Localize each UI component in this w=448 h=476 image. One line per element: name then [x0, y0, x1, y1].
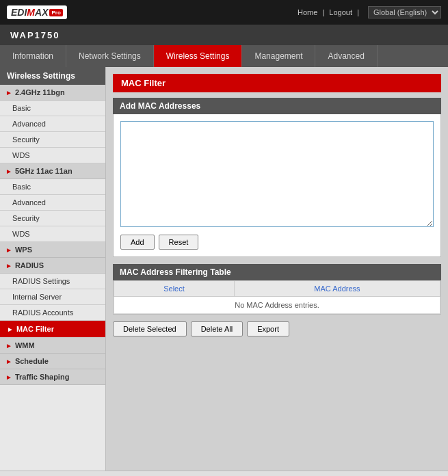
group-label-mac: MAC Filter	[16, 325, 54, 333]
sidebar-group-schedule[interactable]: ► Schedule	[0, 354, 105, 369]
sidebar-group-header-schedule[interactable]: ► Schedule	[0, 354, 105, 369]
sidebar-group-radius[interactable]: ► RADIUS RADIUS Settings Internal Server…	[0, 258, 105, 321]
separator1: |	[322, 8, 324, 16]
mac-table-section: MAC Address Filtering Table Select MAC A…	[113, 264, 441, 315]
sidebar-item-2ghz-wds[interactable]: WDS	[0, 148, 105, 163]
mac-table-section-body: Select MAC Address No MAC Address entrie…	[113, 280, 441, 315]
group-label-wps: WPS	[15, 246, 32, 254]
sidebar-group-header-wmm[interactable]: ► WMM	[0, 338, 105, 354]
device-name: WAP1750	[10, 30, 60, 40]
sidebar-group-header-radius[interactable]: ► RADIUS	[0, 258, 105, 274]
group-label-wmm: WMM	[15, 341, 35, 349]
col-mac-address: MAC Address	[234, 281, 440, 297]
footer: Copyright 2014 © EDIMAX Technology Co., …	[0, 471, 448, 476]
sidebar-group-5ghz[interactable]: ► 5GHz 11ac 11an Basic Advanced Security…	[0, 163, 105, 242]
nav-management[interactable]: Management	[242, 45, 315, 67]
arrow-icon-mac: ►	[7, 326, 14, 333]
nav-bar: Information Network Settings Wireless Se…	[0, 45, 448, 67]
group-label-traffic: Traffic Shaping	[15, 373, 69, 381]
sidebar-item-2ghz-security[interactable]: Security	[0, 132, 105, 148]
logo-edi: EDI	[11, 7, 27, 18]
sidebar-group-wmm[interactable]: ► WMM	[0, 338, 105, 354]
sidebar: Wireless Settings ► 2.4GHz 11bgn Basic A…	[0, 67, 106, 471]
home-link[interactable]: Home	[298, 8, 317, 16]
group-label-5ghz: 5GHz 11ac 11an	[15, 167, 73, 175]
delete-selected-button[interactable]: Delete Selected	[113, 321, 187, 336]
sidebar-group-header-wps[interactable]: ► WPS	[0, 242, 105, 258]
add-mac-section-body: Add Reset	[113, 114, 441, 257]
top-bar: EDIMAXPro Home | Logout | Global (Englis…	[0, 0, 448, 25]
logo-m: M	[27, 7, 35, 18]
add-mac-section-header: Add MAC Addresses	[113, 98, 441, 114]
sidebar-group-header-2ghz[interactable]: ► 2.4GHz 11bgn	[0, 85, 105, 101]
sidebar-item-5ghz-wds[interactable]: WDS	[0, 226, 105, 242]
nav-advanced[interactable]: Advanced	[315, 45, 377, 67]
language-select[interactable]: Global (English)	[368, 6, 441, 18]
logo-ax: AX	[35, 7, 48, 18]
table-empty-row: No MAC Address entries.	[114, 297, 440, 314]
sidebar-group-2ghz[interactable]: ► 2.4GHz 11bgn Basic Advanced Security W…	[0, 85, 105, 163]
page-title: MAC Filter	[113, 74, 441, 92]
main-layout: Wireless Settings ► 2.4GHz 11bgn Basic A…	[0, 67, 448, 471]
group-label-radius: RADIUS	[15, 261, 44, 269]
separator2: |	[357, 8, 359, 16]
arrow-icon-wmm: ►	[5, 342, 12, 349]
reset-button[interactable]: Reset	[159, 235, 199, 250]
group-label-schedule: Schedule	[15, 357, 49, 365]
sidebar-item-radius-accounts[interactable]: RADIUS Accounts	[0, 305, 105, 321]
table-header-row: Select MAC Address	[114, 281, 440, 297]
group-label-2ghz: 2.4GHz 11bgn	[15, 88, 65, 96]
logout-link[interactable]: Logout	[329, 8, 352, 16]
arrow-icon-schedule: ►	[5, 358, 12, 365]
delete-all-button[interactable]: Delete All	[191, 321, 243, 336]
mac-filter-table: Select MAC Address No MAC Address entrie…	[114, 280, 440, 314]
col-select: Select	[114, 281, 235, 297]
mac-address-textarea[interactable]	[120, 121, 434, 227]
sidebar-item-radius-settings[interactable]: RADIUS Settings	[0, 274, 105, 289]
add-button[interactable]: Add	[120, 235, 155, 250]
sidebar-item-mac-filter[interactable]: ► MAC Filter	[0, 321, 105, 338]
sidebar-item-2ghz-advanced[interactable]: Advanced	[0, 116, 105, 132]
content-area: MAC Filter Add MAC Addresses Add Reset M…	[106, 67, 448, 471]
add-mac-section: Add MAC Addresses Add Reset	[113, 98, 441, 257]
add-mac-buttons: Add Reset	[120, 235, 434, 250]
nav-information[interactable]: Information	[0, 45, 66, 67]
sidebar-group-wps[interactable]: ► WPS	[0, 242, 105, 258]
sidebar-group-traffic[interactable]: ► Traffic Shaping	[0, 369, 105, 385]
export-button[interactable]: Export	[247, 321, 289, 336]
mac-table-section-header: MAC Address Filtering Table	[113, 264, 441, 280]
action-buttons: Delete Selected Delete All Export	[113, 321, 441, 336]
nav-wireless-settings[interactable]: Wireless Settings	[154, 45, 243, 67]
empty-message: No MAC Address entries.	[114, 297, 440, 314]
arrow-icon-5ghz: ►	[5, 168, 12, 175]
sidebar-item-internal-server[interactable]: Internal Server	[0, 289, 105, 305]
arrow-icon-wps: ►	[5, 246, 12, 254]
top-links: Home | Logout | Global (English)	[298, 6, 441, 18]
arrow-icon-2ghz: ►	[5, 89, 12, 96]
sidebar-title: Wireless Settings	[0, 67, 105, 85]
sidebar-group-header-5ghz[interactable]: ► 5GHz 11ac 11an	[0, 163, 105, 179]
sidebar-group-mac-filter[interactable]: ► MAC Filter	[0, 321, 105, 338]
pro-tag: Pro	[49, 9, 62, 16]
nav-network-settings[interactable]: Network Settings	[66, 45, 154, 67]
sidebar-group-header-traffic[interactable]: ► Traffic Shaping	[0, 369, 105, 385]
device-bar: WAP1750	[0, 25, 448, 45]
arrow-icon-radius: ►	[5, 262, 12, 269]
sidebar-item-5ghz-advanced[interactable]: Advanced	[0, 195, 105, 211]
logo: EDIMAXPro	[7, 5, 67, 19]
sidebar-item-5ghz-security[interactable]: Security	[0, 211, 105, 226]
arrow-icon-traffic: ►	[5, 373, 12, 381]
sidebar-item-5ghz-basic[interactable]: Basic	[0, 179, 105, 195]
sidebar-item-2ghz-basic[interactable]: Basic	[0, 101, 105, 116]
